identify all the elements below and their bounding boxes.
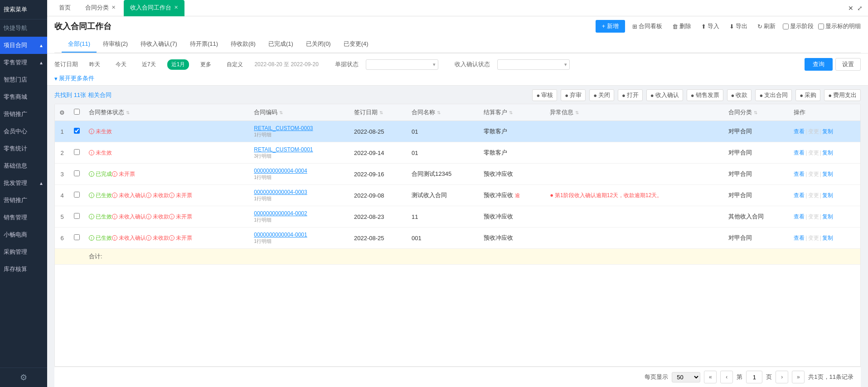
last-page-button[interactable]: » [792, 371, 805, 383]
filter-more[interactable]: 更多 [196, 59, 215, 70]
filter-last1month[interactable]: 近1月 [167, 59, 189, 70]
sidebar-item-sales-mgmt[interactable]: 销售管理 [0, 209, 47, 226]
filter-tab-completed[interactable]: 已完成(1) [262, 36, 300, 53]
row-checkbox[interactable] [69, 164, 84, 185]
sidebar-nav[interactable]: 快捷导航 [0, 19, 47, 37]
toolbar-action-abandon[interactable]: ● 弃审 [561, 89, 586, 101]
action-复制[interactable]: 复制 [822, 192, 833, 198]
show-detail-checkbox[interactable]: 显示标的明细 [818, 22, 861, 30]
row-checkbox[interactable] [69, 142, 84, 164]
sort-icon-name[interactable]: ⇅ [437, 110, 441, 115]
sort-icon-date[interactable]: ⇅ [379, 110, 383, 115]
query-button[interactable]: 查询 [805, 58, 833, 71]
income-status-select[interactable] [497, 59, 570, 70]
page-size-select[interactable]: 50 [672, 372, 700, 382]
refresh-button[interactable]: ↻ 刷新 [755, 21, 778, 32]
toolbar-action-income-confirm[interactable]: ● 收入确认 [646, 89, 683, 101]
toolbar-action-sales-invoice[interactable]: ● 销售发票 [687, 89, 723, 101]
sidebar-item-wholesale[interactable]: 批发管理▲ [0, 174, 47, 192]
contract-link[interactable]: RETAIL_CUSTOM-0001 [254, 146, 313, 153]
col-settings[interactable]: ⚙ [55, 104, 69, 121]
next-page-button[interactable]: › [776, 371, 788, 383]
contract-link[interactable]: 0000000000004-0004 [254, 168, 307, 174]
toolbar-action-print[interactable]: ● 打开 [618, 89, 643, 101]
action-复制[interactable]: 复制 [822, 235, 833, 241]
tab-close-income-workbench[interactable]: ✕ [174, 5, 178, 10]
action-变更[interactable]: 变更 [808, 150, 819, 156]
sidebar-item-xiaochang[interactable]: 小畅电商 [0, 226, 47, 243]
sidebar-item-member[interactable]: 会员中心 [0, 123, 47, 140]
filter-last7[interactable]: 近7天 [138, 59, 160, 70]
toolbar-action-close[interactable]: ● 关闭 [589, 89, 614, 101]
tab-home[interactable]: 首页 [53, 0, 77, 16]
toolbar-action-purchase[interactable]: ● 采购 [795, 89, 820, 101]
row-checkbox[interactable] [69, 206, 84, 227]
show-stage-checkbox[interactable]: 显示阶段 [783, 22, 814, 30]
sidebar-item-retail-stats[interactable]: 零售统计 [0, 140, 47, 157]
sidebar-item-inventory[interactable]: 库存核算 [0, 261, 47, 278]
action-查看[interactable]: 查看 [794, 213, 805, 220]
filter-custom[interactable]: 自定义 [223, 59, 247, 70]
toolbar-action-cost-out[interactable]: ● 费用支出 [824, 89, 861, 101]
action-复制[interactable]: 复制 [822, 213, 833, 220]
contract-link[interactable]: 0000000000004-0002 [254, 210, 307, 217]
filter-tab-pending-payment[interactable]: 待收款(8) [224, 36, 262, 53]
sort-icon-code[interactable]: ⇅ [279, 110, 283, 115]
page-input[interactable] [746, 371, 762, 383]
toolbar-action-payment[interactable]: ● 收款 [727, 89, 752, 101]
toolbar-action-review[interactable]: ● 审核 [532, 89, 557, 101]
sidebar-item-project[interactable]: 项目合同▲ [0, 37, 47, 54]
sidebar-item-base-info[interactable]: 基础信息 [0, 157, 47, 174]
sidebar-item-retail-mgmt[interactable]: 零售管理▲ [0, 54, 47, 71]
filter-today[interactable]: 今天 [112, 59, 131, 70]
action-变更[interactable]: 变更 [808, 171, 819, 177]
sort-icon-abnormal[interactable]: ⇅ [575, 110, 579, 115]
action-查看[interactable]: 查看 [794, 235, 805, 241]
add-button[interactable]: + 新增 [596, 20, 625, 33]
action-变更[interactable]: 变更 [808, 128, 819, 135]
tab-income-workbench[interactable]: 收入合同工作台✕ [124, 0, 184, 16]
sidebar-item-purchase[interactable]: 采购管理 [0, 243, 47, 261]
filter-tab-closed[interactable]: 已关闭(0) [300, 36, 337, 53]
row-checkbox[interactable] [69, 121, 84, 142]
filter-tab-all[interactable]: 全部(11) [62, 36, 97, 53]
action-查看[interactable]: 查看 [794, 150, 805, 156]
filter-yesterday[interactable]: 昨天 [85, 59, 104, 70]
select-all-checkbox[interactable] [74, 109, 80, 115]
sort-icon-category[interactable]: ⇅ [754, 110, 757, 115]
action-变更[interactable]: 变更 [808, 235, 819, 241]
action-查看[interactable]: 查看 [794, 128, 805, 135]
sidebar-item-mkt-promote[interactable]: 营销推广 [0, 192, 47, 209]
export-button[interactable]: ⬇ 导出 [727, 21, 750, 32]
filter-tab-pending-review[interactable]: 待审核(2) [97, 36, 134, 53]
action-变更[interactable]: 变更 [808, 192, 819, 198]
tab-close-contract-type[interactable]: ✕ [112, 5, 116, 10]
set-button[interactable]: 设置 [835, 58, 861, 71]
expand-icon[interactable]: ⤢ [857, 5, 863, 12]
action-复制[interactable]: 复制 [822, 171, 833, 177]
action-查看[interactable]: 查看 [794, 171, 805, 177]
contract-link[interactable]: 0000000000004-0001 [254, 232, 307, 238]
sort-icon-status[interactable]: ⇅ [126, 110, 130, 115]
prev-page-button[interactable]: ‹ [720, 371, 733, 383]
toolbar-action-expense-out[interactable]: ● 支出合同 [755, 89, 792, 101]
action-复制[interactable]: 复制 [822, 150, 833, 156]
sidebar-search[interactable]: 搜索菜单 [0, 0, 47, 19]
tab-contract-type[interactable]: 合同分类✕ [79, 0, 122, 16]
doc-status-select[interactable] [366, 59, 438, 70]
expand-conditions[interactable]: ▾ 展开更多条件 [54, 74, 94, 82]
row-checkbox[interactable] [69, 227, 84, 249]
action-查看[interactable]: 查看 [794, 192, 805, 198]
delete-button[interactable]: 🗑 删除 [669, 21, 694, 32]
sidebar-item-retail-mall[interactable]: 零售商城 [0, 88, 47, 106]
action-变更[interactable]: 变更 [808, 213, 819, 220]
import-button[interactable]: ⬆ 导入 [698, 21, 722, 32]
filter-tab-pending-income[interactable]: 待收入确认(7) [134, 36, 184, 53]
sidebar-settings[interactable]: ⚙ [0, 368, 47, 387]
sidebar-item-smart-store[interactable]: 智慧门店 [0, 71, 47, 88]
contract-link[interactable]: 0000000000004-0003 [254, 189, 307, 195]
sort-icon-customer[interactable]: ⇅ [509, 110, 513, 115]
close-icon[interactable]: ✕ [848, 5, 853, 12]
first-page-button[interactable]: « [704, 371, 717, 383]
filter-tab-changed[interactable]: 已变更(4) [337, 36, 375, 53]
